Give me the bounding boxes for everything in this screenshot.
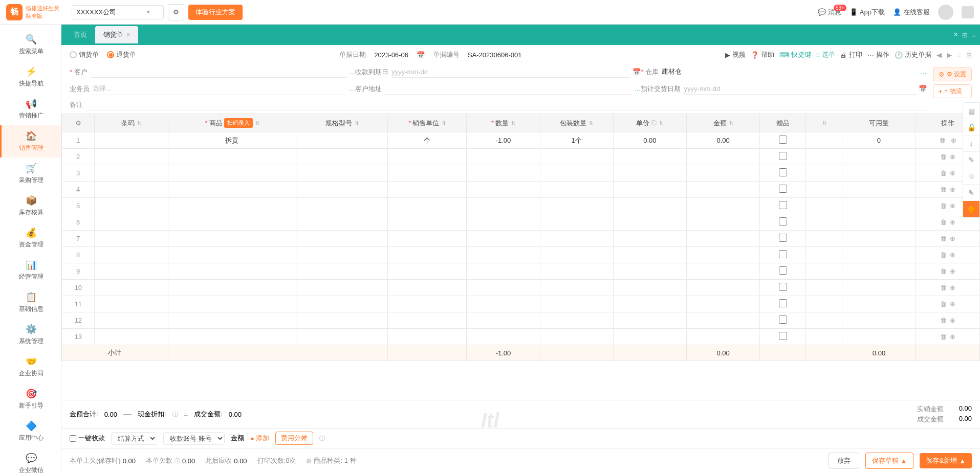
- delete-icon[interactable]: 🗑: [940, 169, 947, 177]
- sidebar-item-quicknav[interactable]: ⚡ 快捷导航: [0, 61, 61, 93]
- copy-icon[interactable]: ⊕: [950, 251, 955, 259]
- trial-button[interactable]: 体验行业方案: [188, 5, 243, 20]
- gift-checkbox[interactable]: [779, 168, 787, 176]
- delete-icon[interactable]: 🗑: [940, 235, 947, 242]
- right-tool-star[interactable]: ☆: [963, 168, 979, 185]
- nav-prev-icon[interactable]: ◀: [937, 51, 942, 59]
- sidebar-item-finance[interactable]: 💰 资金管理: [0, 222, 61, 254]
- gift-checkbox[interactable]: [779, 136, 787, 144]
- delete-icon[interactable]: 🗑: [940, 218, 947, 226]
- copy-icon[interactable]: ⊕: [951, 137, 956, 144]
- row-unit[interactable]: 个: [388, 132, 467, 149]
- scan-button[interactable]: 扫码录入: [224, 118, 253, 128]
- action-operate[interactable]: ⋯ 操作: [867, 50, 889, 59]
- sidebar-item-wechat[interactable]: 💬 企业微信: [0, 447, 61, 473]
- customer-input[interactable]: [91, 66, 347, 78]
- save-draft-button[interactable]: 保存草稿 ▲: [865, 453, 914, 469]
- gift-checkbox[interactable]: [779, 201, 787, 209]
- remarks-input[interactable]: [86, 99, 927, 110]
- message-button[interactable]: 💬 消息 99+: [818, 8, 841, 17]
- delete-icon[interactable]: 🗑: [940, 317, 947, 324]
- discard-button[interactable]: 放弃: [829, 453, 859, 469]
- right-tool-note[interactable]: ✎: [963, 185, 979, 201]
- tab-expand-icon[interactable]: ×: [953, 30, 958, 39]
- radio-return-order[interactable]: 退货单: [107, 50, 136, 59]
- avatar[interactable]: [938, 5, 953, 20]
- gift-checkbox[interactable]: [779, 316, 787, 324]
- view-grid-icon[interactable]: ⊞: [966, 51, 972, 59]
- company-selector[interactable]: XXXXXX公司 ▾: [72, 5, 164, 19]
- calendar-icon[interactable]: 📅: [633, 68, 641, 76]
- right-tool-lock[interactable]: 🔒: [963, 119, 979, 136]
- action-select[interactable]: ≡ 选单: [816, 50, 836, 59]
- copy-icon[interactable]: ⊕: [950, 235, 955, 242]
- barcode-sort-icon[interactable]: ⇅: [137, 120, 141, 126]
- view-list-icon[interactable]: ≡: [957, 51, 961, 59]
- action-help[interactable]: ❓ 帮助: [751, 50, 774, 59]
- qty-sort-icon[interactable]: ⇅: [511, 120, 515, 126]
- col-header-gear[interactable]: ⚙: [62, 114, 95, 132]
- right-tool-edit[interactable]: ✎: [963, 152, 979, 168]
- row-spec[interactable]: [296, 132, 388, 149]
- row-barcode[interactable]: [95, 132, 168, 149]
- warehouse-dots[interactable]: …: [920, 68, 927, 76]
- add-payment-button[interactable]: ● 添加: [250, 434, 269, 443]
- salesman-dots[interactable]: …: [349, 85, 355, 93]
- warehouse-value[interactable]: 建材仓: [662, 65, 918, 78]
- unit-sort-icon[interactable]: ⇅: [442, 120, 446, 126]
- sidebar-item-basic-info[interactable]: 📋 基础信息: [0, 286, 61, 319]
- copy-icon[interactable]: ⊕: [950, 186, 955, 193]
- logistics-button[interactable]: + + 物流: [933, 84, 972, 98]
- sidebar-item-operations[interactable]: 📊 经营管理: [0, 254, 61, 286]
- sidebar-item-system[interactable]: ⚙️ 系统管理: [0, 319, 61, 351]
- delete-icon[interactable]: 🗑: [940, 153, 947, 161]
- copy-icon[interactable]: ⊕: [950, 218, 955, 226]
- gift-checkbox[interactable]: [779, 283, 787, 291]
- copy-icon[interactable]: ⊕: [950, 153, 955, 161]
- pkgqty-sort-icon[interactable]: ⇅: [589, 120, 593, 126]
- copy-icon[interactable]: ⊕: [950, 333, 955, 341]
- delete-icon[interactable]: 🗑: [940, 186, 947, 193]
- one-click-pay-checkbox[interactable]: 一键收款: [70, 434, 105, 443]
- salesman-input[interactable]: 选择...: [93, 82, 346, 95]
- row-amount[interactable]: 0.00: [687, 132, 760, 149]
- delete-icon[interactable]: 🗑: [939, 137, 946, 144]
- delete-icon[interactable]: 🗑: [940, 284, 947, 291]
- right-tool-sort[interactable]: ↕: [963, 136, 979, 152]
- row-gift[interactable]: [760, 132, 806, 149]
- right-tool-orange[interactable]: 🔶: [963, 201, 979, 217]
- delete-icon[interactable]: 🗑: [940, 300, 947, 308]
- right-tool-table[interactable]: ▤: [963, 103, 979, 119]
- settings-gear-button[interactable]: ⚙: [168, 4, 184, 20]
- delete-icon[interactable]: 🗑: [940, 333, 947, 341]
- expected-date-input[interactable]: yyyy-mm-dd: [684, 83, 916, 95]
- pay-account-select[interactable]: 收款账号 账号: [163, 432, 225, 445]
- gift-checkbox[interactable]: [779, 250, 787, 258]
- row-pkgqty[interactable]: 1个: [540, 132, 613, 149]
- row-product[interactable]: 拆贡: [168, 132, 296, 149]
- date-picker-icon[interactable]: 📅: [417, 51, 425, 59]
- tab-sales-order[interactable]: 销货单 ×: [95, 26, 138, 43]
- pay-method-select[interactable]: 结算方式: [111, 432, 157, 445]
- row-qty[interactable]: -1.00: [467, 132, 540, 149]
- nav-next-icon[interactable]: ▶: [947, 51, 952, 59]
- sidebar-item-inventory[interactable]: 📦 库存核算: [0, 190, 61, 222]
- sidebar-item-sales[interactable]: 🏠 销售管理: [0, 125, 61, 157]
- online-service-button[interactable]: 👤 在线客服: [893, 8, 930, 17]
- tab-home[interactable]: 首页: [66, 26, 95, 43]
- action-history[interactable]: 🕐 历史单据: [895, 50, 931, 59]
- copy-icon[interactable]: ⊕: [950, 317, 955, 324]
- delete-icon[interactable]: 🗑: [940, 267, 947, 275]
- copy-icon[interactable]: ⊕: [950, 284, 955, 291]
- gift-checkbox[interactable]: [779, 332, 787, 340]
- gift-checkbox[interactable]: [779, 234, 787, 242]
- spec-sort-icon[interactable]: ⇅: [355, 120, 359, 126]
- copy-icon[interactable]: ⊕: [950, 202, 955, 210]
- pay-checkbox-input[interactable]: [70, 435, 76, 442]
- copy-icon[interactable]: ⊕: [950, 169, 955, 177]
- delete-icon[interactable]: 🗑: [940, 202, 947, 210]
- gift-checkbox[interactable]: [779, 217, 787, 226]
- product-sort-icon[interactable]: ⇅: [255, 120, 259, 126]
- customer-dots[interactable]: …: [349, 68, 355, 76]
- setting-button[interactable]: ⚙ ⚙ 设置: [933, 67, 972, 81]
